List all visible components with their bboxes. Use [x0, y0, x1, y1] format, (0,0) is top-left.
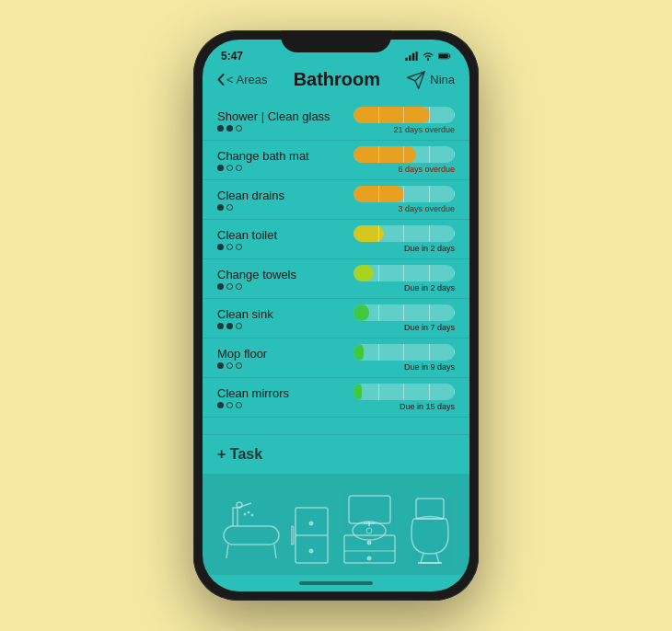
progress-fill — [353, 384, 362, 400]
task-name: Shower | Clean glass — [217, 109, 330, 123]
task-dot — [236, 283, 242, 290]
task-status: 3 days overdue — [398, 204, 455, 213]
progress-fill — [353, 146, 416, 163]
wifi-icon — [422, 52, 434, 61]
task-left: Clean toilet — [217, 228, 277, 250]
task-left: Change bath mat — [217, 149, 309, 171]
task-right: Due in 2 days — [353, 265, 455, 293]
task-dot — [226, 402, 233, 408]
task-dot — [226, 204, 233, 211]
task-right: Due in 9 days — [353, 344, 455, 372]
progress-bar — [353, 146, 455, 163]
toilet-icon — [407, 494, 453, 568]
progress-fill — [353, 107, 430, 123]
svg-point-14 — [309, 549, 313, 553]
task-dots — [217, 244, 277, 250]
task-item[interactable]: Shower | Clean glass 21 days overdue — [203, 101, 469, 141]
svg-point-9 — [251, 514, 253, 516]
svg-rect-16 — [349, 496, 390, 523]
cabinet-icon — [291, 503, 332, 568]
back-label: < Areas — [226, 73, 267, 86]
progress-bar — [353, 107, 455, 123]
task-left: Clean drains — [217, 189, 284, 211]
svg-rect-1 — [409, 55, 411, 61]
svg-point-10 — [244, 513, 246, 515]
progress-fill — [353, 225, 384, 242]
task-dot — [217, 244, 224, 250]
chevron-left-icon — [217, 74, 225, 86]
task-item[interactable]: Clean mirrors Due in 15 days — [203, 378, 469, 418]
task-dots — [217, 204, 284, 211]
task-item[interactable]: Change bath mat 6 days overdue — [203, 141, 469, 180]
nav-bar: < Areas Bathroom Nina — [203, 65, 469, 98]
progress-fill — [353, 186, 404, 202]
home-bar — [299, 581, 373, 585]
task-dot — [236, 402, 242, 408]
progress-fill — [353, 304, 369, 321]
task-list: Shower | Clean glass 21 days overdue Cha… — [203, 98, 469, 434]
home-indicator — [203, 575, 469, 591]
task-item[interactable]: Clean drains 3 days overdue — [203, 180, 469, 220]
svg-rect-6 — [224, 526, 279, 545]
nav-back-button[interactable]: < Areas — [217, 73, 267, 86]
svg-rect-5 — [439, 54, 448, 58]
task-item[interactable]: Clean sink Due in 7 days — [203, 299, 469, 338]
add-task-button[interactable]: + Task — [203, 434, 469, 474]
svg-rect-0 — [405, 58, 408, 61]
task-name: Clean sink — [217, 307, 273, 321]
task-dot — [236, 125, 242, 132]
task-dot — [226, 283, 233, 290]
task-dots — [217, 362, 267, 369]
task-dot — [217, 125, 224, 132]
task-right: Due in 2 days — [353, 225, 455, 253]
task-left: Clean sink — [217, 307, 273, 329]
task-item[interactable]: Mop floor Due in 9 days — [203, 338, 469, 378]
task-dot — [226, 165, 233, 171]
task-left: Change towels — [217, 268, 296, 290]
task-status: Due in 2 days — [404, 283, 455, 293]
task-name: Clean toilet — [217, 228, 277, 242]
task-right: 3 days overdue — [353, 186, 455, 213]
battery-icon — [438, 52, 451, 61]
task-left: Shower | Clean glass — [217, 109, 330, 132]
svg-rect-2 — [412, 53, 415, 61]
progress-bar — [353, 304, 455, 321]
task-dots — [217, 323, 273, 329]
task-dots — [217, 165, 309, 171]
svg-point-22 — [367, 556, 371, 560]
progress-bar — [353, 186, 455, 202]
task-dot — [217, 204, 224, 211]
signal-icon — [405, 52, 418, 61]
svg-point-13 — [309, 522, 313, 525]
task-left: Clean mirrors — [217, 386, 289, 408]
task-dots — [217, 125, 330, 132]
task-name: Change towels — [217, 268, 296, 281]
task-dot — [226, 323, 233, 329]
user-profile[interactable]: Nina — [406, 70, 455, 90]
user-name: Nina — [430, 73, 455, 86]
task-dots — [217, 283, 296, 290]
task-dot — [217, 323, 224, 329]
task-status: Due in 7 days — [404, 323, 455, 332]
task-right: Due in 7 days — [353, 304, 455, 332]
task-left: Mop floor — [217, 347, 267, 369]
task-name: Change bath mat — [217, 149, 309, 163]
progress-bar — [353, 344, 455, 361]
task-item[interactable]: Change towels Due in 2 days — [203, 259, 469, 299]
task-dot — [236, 165, 242, 171]
task-status: Due in 9 days — [404, 362, 455, 372]
task-right: 6 days overdue — [353, 146, 455, 174]
task-dot — [217, 402, 224, 408]
bathroom-illustration — [203, 474, 469, 575]
task-status: Due in 15 days — [400, 402, 455, 411]
task-dot — [236, 323, 242, 329]
task-dot — [236, 362, 242, 369]
task-dot — [217, 283, 224, 290]
bird-icon — [406, 70, 426, 90]
task-status: 21 days overdue — [393, 125, 455, 134]
task-status: 6 days overdue — [398, 165, 455, 174]
phone-screen: 5:47 — [203, 40, 469, 591]
status-time: 5:47 — [221, 50, 243, 63]
task-item[interactable]: Clean toilet Due in 2 days — [203, 220, 469, 259]
task-dots — [217, 402, 289, 408]
